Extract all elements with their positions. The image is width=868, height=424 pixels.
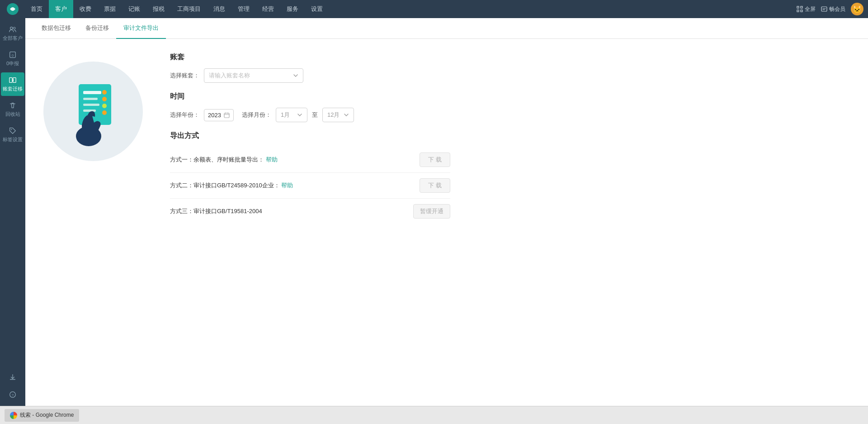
method-1-download-btn[interactable]: 下 载 bbox=[420, 152, 450, 167]
app-logo bbox=[5, 1, 21, 17]
account-select[interactable]: 请输入账套名称 bbox=[204, 68, 303, 83]
sidebar-item-migrate[interactable]: 账套迁移 bbox=[1, 72, 24, 96]
download-icon bbox=[9, 373, 17, 381]
nav-operation[interactable]: 经营 bbox=[256, 0, 280, 18]
account-select-placeholder: 请输入账套名称 bbox=[209, 71, 250, 80]
taskbar-chrome[interactable]: 线索 - Google Chrome bbox=[5, 409, 79, 422]
nav-manage[interactable]: 管理 bbox=[231, 0, 256, 18]
export-section: 导出方式 方式一：余额表、序时账批量导出： 帮助 下 载 bbox=[170, 131, 450, 224]
nav-bookkeeping[interactable]: 记账 bbox=[122, 0, 146, 18]
tab-backup-migrate[interactable]: 备份迁移 bbox=[78, 18, 116, 39]
time-section-title: 时间 bbox=[170, 92, 450, 101]
chevron-down-icon-month bbox=[297, 112, 302, 118]
sidebar-item-trash[interactable]: 回收站 bbox=[1, 98, 24, 121]
trash-icon bbox=[9, 101, 17, 110]
tag-icon bbox=[9, 127, 17, 135]
main-layout: 全部客户 0 0申报 账套迁移 回收站 bbox=[0, 18, 868, 406]
method-3-label: 方式三：审计接口GB/T19581-2004 bbox=[170, 207, 262, 215]
svg-rect-2 bbox=[801, 6, 802, 8]
start-month-value: 1月 bbox=[281, 111, 290, 119]
sidebar-label-trash: 回收站 bbox=[5, 111, 20, 118]
avatar[interactable]: 🐱 bbox=[851, 3, 863, 15]
nav-home[interactable]: 首页 bbox=[24, 0, 49, 18]
svg-rect-16 bbox=[83, 91, 101, 94]
left-sidebar: 全部客户 0 0申报 账套迁移 回收站 bbox=[0, 18, 25, 406]
method-2-help[interactable]: 帮助 bbox=[281, 182, 293, 189]
nav-fee[interactable]: 收费 bbox=[73, 0, 98, 18]
taskbar: 线索 - Google Chrome bbox=[0, 406, 868, 424]
method-2-label: 方式二：审计接口GB/T24589-2010企业： 帮助 bbox=[170, 181, 293, 190]
year-input[interactable]: 2023 bbox=[204, 109, 234, 121]
sidebar-item-all-customers[interactable]: 全部客户 bbox=[1, 22, 24, 45]
svg-point-22 bbox=[102, 104, 107, 108]
svg-rect-19 bbox=[83, 110, 96, 112]
account-label: 选择账套： bbox=[170, 71, 199, 80]
chevron-down-icon-end bbox=[344, 112, 349, 118]
method-3-open-btn[interactable]: 暂缓开通 bbox=[413, 204, 450, 219]
top-nav-right: 全屏 畅会员 🐱 bbox=[797, 3, 863, 15]
svg-rect-25 bbox=[224, 113, 229, 118]
content-area: 数据包迁移 备份迁移 审计文件导出 bbox=[25, 18, 868, 406]
tab-data-migrate[interactable]: 数据包迁移 bbox=[34, 18, 78, 39]
svg-rect-18 bbox=[83, 104, 99, 106]
sidebar-item-help[interactable]: ? bbox=[1, 387, 24, 402]
end-month-select[interactable]: 12月 bbox=[322, 108, 354, 122]
users-icon bbox=[9, 25, 17, 33]
method-row-1: 方式一：余额表、序时账批量导出： 帮助 下 载 bbox=[170, 147, 450, 173]
svg-rect-5 bbox=[821, 7, 827, 11]
svg-text:0: 0 bbox=[12, 53, 14, 57]
svg-rect-10 bbox=[9, 78, 12, 83]
sidebar-item-zero-declare[interactable]: 0 0申报 bbox=[1, 47, 24, 71]
start-month-select[interactable]: 1月 bbox=[276, 108, 307, 122]
export-section-title: 导出方式 bbox=[170, 131, 450, 141]
chevron-down-icon bbox=[293, 73, 298, 78]
export-container: 账套 选择账套： 请输入账套名称 时间 bbox=[43, 52, 450, 230]
nav-invoice[interactable]: 票据 bbox=[98, 0, 122, 18]
sidebar-label-tag-settings: 标签设置 bbox=[3, 136, 23, 143]
svg-point-7 bbox=[13, 27, 15, 29]
method-row-2: 方式二：审计接口GB/T24589-2010企业： 帮助 下 载 bbox=[170, 173, 450, 199]
sidebar-label-zero-declare: 0申报 bbox=[6, 60, 19, 67]
svg-point-23 bbox=[102, 110, 107, 115]
member-btn[interactable]: 畅会员 bbox=[821, 5, 845, 13]
svg-rect-1 bbox=[797, 6, 799, 8]
form-section: 账套 选择账套： 请输入账套名称 时间 bbox=[170, 52, 450, 230]
end-month-value: 12月 bbox=[327, 111, 340, 119]
month-label: 选择月份： bbox=[242, 111, 271, 119]
svg-rect-4 bbox=[801, 10, 802, 12]
svg-point-6 bbox=[10, 27, 13, 29]
page-content: 账套 选择账套： 请输入账套名称 时间 bbox=[25, 39, 868, 406]
nav-items: 首页 客户 收费 票据 记账 报税 工商项目 消息 管理 经营 服务 设置 bbox=[24, 0, 797, 18]
svg-point-20 bbox=[102, 90, 107, 95]
method-1-help[interactable]: 帮助 bbox=[266, 156, 278, 163]
nav-business[interactable]: 工商项目 bbox=[171, 0, 207, 18]
svg-point-21 bbox=[102, 97, 107, 101]
chrome-icon bbox=[10, 412, 17, 419]
taskbar-chrome-label: 线索 - Google Chrome bbox=[20, 411, 74, 419]
svg-point-12 bbox=[11, 129, 12, 130]
fullscreen-btn[interactable]: 全屏 bbox=[797, 5, 816, 13]
method-2-download-btn[interactable]: 下 载 bbox=[420, 178, 450, 193]
sidebar-label-all-customers: 全部客户 bbox=[3, 35, 23, 42]
nav-service[interactable]: 服务 bbox=[280, 0, 305, 18]
zero-icon: 0 bbox=[9, 51, 17, 59]
account-row: 选择账套： 请输入账套名称 bbox=[170, 68, 450, 83]
method-1-label: 方式一：余额表、序时账批量导出： 帮助 bbox=[170, 156, 278, 164]
sidebar-item-tag-settings[interactable]: 标签设置 bbox=[1, 123, 24, 147]
sidebar-item-download[interactable] bbox=[1, 370, 24, 385]
year-label: 选择年份： bbox=[170, 111, 199, 119]
nav-message[interactable]: 消息 bbox=[207, 0, 231, 18]
help-icon: ? bbox=[9, 391, 17, 399]
svg-rect-3 bbox=[797, 10, 799, 12]
nav-settings[interactable]: 设置 bbox=[305, 0, 329, 18]
nav-customer[interactable]: 客户 bbox=[49, 0, 73, 18]
method-row-3: 方式三：审计接口GB/T19581-2004 暂缓开通 bbox=[170, 199, 450, 224]
to-text: 至 bbox=[312, 111, 318, 119]
account-section-title: 账套 bbox=[170, 52, 450, 62]
time-row: 选择年份： 2023 选择月份： 1月 bbox=[170, 108, 450, 122]
tab-audit-export[interactable]: 审计文件导出 bbox=[116, 18, 166, 39]
nav-tax[interactable]: 报税 bbox=[146, 0, 171, 18]
calendar-icon bbox=[224, 112, 230, 118]
svg-rect-17 bbox=[83, 98, 98, 100]
svg-text:?: ? bbox=[12, 393, 14, 397]
